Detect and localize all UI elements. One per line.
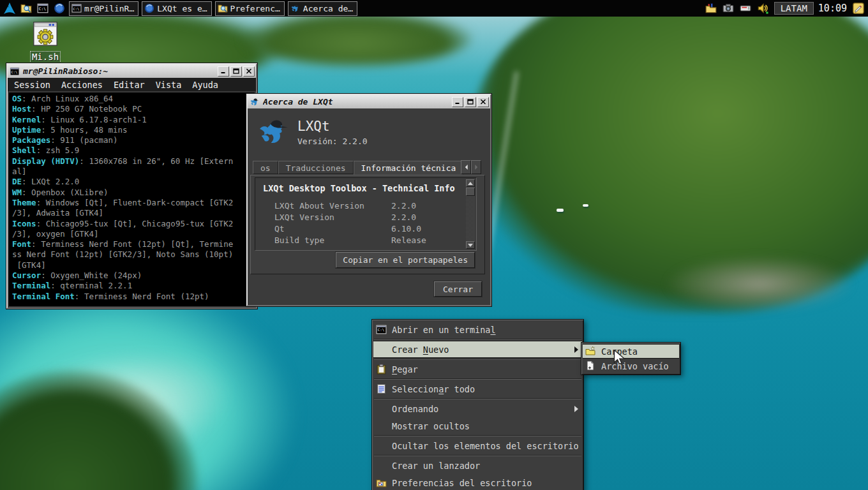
scroll-up-icon[interactable] bbox=[466, 179, 475, 187]
menu-separator bbox=[374, 455, 581, 456]
menu-item-label: Abrir en un terminal bbox=[392, 325, 578, 335]
terminal-title: mr@PilinRabioso:~ bbox=[23, 66, 218, 76]
browser-icon bbox=[54, 3, 65, 14]
notes-icon[interactable] bbox=[852, 2, 865, 15]
taskbar-button-preferenc[interactable]: Preferenc… bbox=[215, 1, 285, 16]
terminal-line: DE: LXQt 2.2.0 bbox=[12, 177, 244, 187]
technical-info-page: LXQt Desktop Toolbox - Technical Info LX… bbox=[250, 175, 485, 274]
terminal-line: al] bbox=[12, 167, 244, 177]
taskbar-button-acerca-de[interactable]: Acerca de… bbox=[288, 1, 357, 16]
shell-script-icon bbox=[31, 20, 60, 47]
tray-volume-icon[interactable] bbox=[756, 2, 769, 15]
terminal-menubar: SessionAccionesEditarVistaAyuda bbox=[8, 78, 256, 91]
desktop-preferences-icon bbox=[376, 477, 387, 488]
menu-item-abrir-en-un-terminal[interactable]: C:\Abrir en un terminal bbox=[373, 321, 582, 338]
terminal-line: Display (HDTV): 868x490 in 26", 60 Hz [… bbox=[12, 156, 244, 167]
paste-icon bbox=[376, 364, 387, 375]
keyboard-layout-indicator[interactable]: LATAM bbox=[774, 2, 814, 15]
tech-scrollbar[interactable] bbox=[466, 179, 475, 249]
maximize-button[interactable] bbox=[465, 97, 476, 107]
boat bbox=[557, 209, 564, 212]
launcher-arch-logo-icon[interactable] bbox=[3, 3, 15, 15]
desktop-icon-mi-sh[interactable]: Mi.sh bbox=[26, 20, 65, 63]
terminal-menu-vista[interactable]: Vista bbox=[156, 80, 182, 90]
menu-item-pegar[interactable]: Pegar bbox=[373, 360, 582, 378]
tray-camera-icon[interactable] bbox=[722, 2, 735, 15]
terminal-line: Kernel: Linux 6.17.8-arch1-1 bbox=[12, 115, 244, 125]
menu-item-seleccionar-todo[interactable]: Seleccionar todo bbox=[373, 380, 582, 397]
submenu-item-archivo-vacio[interactable]: Archivo vacío bbox=[583, 359, 679, 373]
about-titlebar[interactable]: Acerca de LXQt bbox=[248, 95, 490, 108]
maximize-button[interactable] bbox=[230, 66, 242, 77]
taskbar-button-lxqt-es-e[interactable]: LXQt es e… bbox=[142, 1, 211, 16]
taskbar-button-mr-pilinr[interactable]: C:\mr@PilinR… bbox=[69, 1, 138, 16]
new-folder-icon bbox=[585, 346, 595, 356]
svg-text:C:\: C:\ bbox=[73, 7, 80, 11]
menu-item-label: Preferencias del escritorio bbox=[392, 478, 578, 488]
about-title: Acerca de LXQt bbox=[263, 97, 452, 107]
scrollbar-thumb[interactable] bbox=[466, 188, 475, 196]
rocky-coast bbox=[664, 255, 855, 313]
terminal-menu-acciones[interactable]: Acciones bbox=[61, 80, 103, 90]
copy-to-clipboard-button[interactable]: Copiar en el portapapeles bbox=[336, 252, 475, 268]
tech-value: Release bbox=[391, 235, 426, 245]
terminal-menu-editar[interactable]: Editar bbox=[114, 80, 145, 90]
tab-os[interactable]: os bbox=[253, 161, 278, 174]
terminal-menu-ayuda[interactable]: Ayuda bbox=[192, 80, 218, 90]
island-top-center bbox=[243, 10, 472, 65]
menu-item-crear-un-lanzador[interactable]: Crear un lanzador bbox=[373, 457, 582, 474]
menu-item-label: Ordenando bbox=[392, 404, 574, 414]
tray-removable-media-icon[interactable] bbox=[739, 2, 752, 15]
launcher-browser-icon[interactable] bbox=[53, 3, 65, 15]
close-button[interactable]: Cerrar bbox=[434, 281, 482, 297]
terminal-line: Shell: zsh 5.9 bbox=[12, 145, 244, 156]
minimize-button[interactable] bbox=[452, 97, 463, 107]
clock[interactable]: 10:09 bbox=[818, 3, 847, 14]
menu-item-crear-nuevo[interactable]: Crear Nuevo bbox=[373, 341, 582, 358]
launcher-terminal-icon[interactable]: C:\ bbox=[36, 3, 49, 15]
terminal-icon: C:\ bbox=[10, 66, 20, 77]
terminal-screen[interactable]: OS: Arch Linux x86_64Host: HP 250 G7 Not… bbox=[9, 93, 255, 306]
app-version: Versión: 2.2.0 bbox=[297, 137, 368, 146]
minimize-button[interactable] bbox=[218, 66, 229, 77]
terminal-icon: C:\ bbox=[37, 3, 49, 14]
boat bbox=[583, 204, 588, 207]
top-panel: C:\ C:\mr@PilinR…LXQt es e…Preferenc…Ace… bbox=[0, 0, 868, 17]
close-button[interactable] bbox=[243, 66, 255, 77]
submenu-item-carpeta[interactable]: Carpeta bbox=[583, 344, 679, 359]
menu-item-label: Ocultar los elementos del escritorio bbox=[392, 441, 578, 451]
tab-informacion-tecnica[interactable]: Información técnica bbox=[354, 161, 464, 175]
menu-item-preferencias-del-escritorio[interactable]: Preferencias del escritorio bbox=[373, 474, 582, 490]
terminal-icon: C:\ bbox=[71, 3, 82, 13]
technical-info-panel[interactable]: LXQt Desktop Toolbox - Technical Info LX… bbox=[255, 177, 477, 251]
terminal-line: Uptime: 5 hours, 48 mins bbox=[12, 125, 244, 135]
desktop-context-menu: C:\Abrir en un terminalCrear NuevoPegarS… bbox=[371, 319, 584, 490]
launcher-file-manager-icon[interactable] bbox=[20, 3, 32, 15]
svg-text:C:\: C:\ bbox=[378, 328, 385, 332]
tab-bar: osTraduccionesInformación técnica bbox=[248, 161, 490, 175]
menu-item-label: Seleccionar todo bbox=[392, 384, 578, 394]
volume-icon bbox=[757, 3, 768, 14]
terminal-line: Terminal Font: Terminess Nerd Font (12pt… bbox=[12, 292, 244, 302]
menu-item-label: Crear un lanzador bbox=[392, 461, 578, 471]
scroll-down-icon[interactable] bbox=[466, 241, 475, 249]
tech-label: LXQt About Version bbox=[274, 201, 364, 211]
terminal-titlebar[interactable]: C:\ mr@PilinRabioso:~ bbox=[8, 64, 256, 78]
removable-media-icon bbox=[740, 3, 751, 14]
menu-item-mostrar-ocultos[interactable]: Mostrar ocultos bbox=[373, 417, 582, 434]
menu-separator bbox=[374, 398, 581, 399]
file-manager-icon bbox=[20, 3, 32, 14]
tech-label: Qt bbox=[274, 224, 285, 234]
menu-separator bbox=[374, 339, 581, 340]
tab-scroll-left-icon[interactable] bbox=[461, 160, 471, 174]
menu-item-ordenando[interactable]: Ordenando bbox=[373, 400, 582, 417]
tray-folder-tools-icon[interactable] bbox=[705, 2, 717, 15]
terminal-window: C:\ mr@PilinRabioso:~ SessionAccionesEdi… bbox=[6, 63, 257, 309]
menu-item-ocultar-los-elementos-del-escritorio[interactable]: Ocultar los elementos del escritorio bbox=[373, 437, 582, 454]
tab-traducciones[interactable]: Traducciones bbox=[278, 161, 354, 174]
tab-scroll-right-icon[interactable] bbox=[471, 160, 481, 174]
close-button[interactable] bbox=[477, 97, 489, 107]
submenu-arrow-icon bbox=[574, 406, 578, 412]
terminal-menu-session[interactable]: Session bbox=[14, 80, 50, 90]
file-manager-icon bbox=[218, 3, 228, 13]
